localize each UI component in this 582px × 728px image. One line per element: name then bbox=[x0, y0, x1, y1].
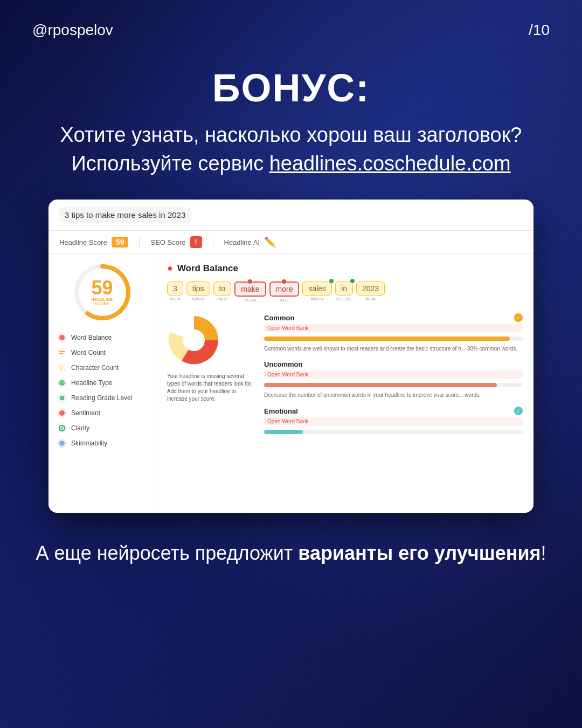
svg-point-7 bbox=[61, 382, 63, 384]
tab-seo[interactable]: SEO Score ! bbox=[150, 236, 202, 248]
tag-3: 3 bbox=[167, 281, 183, 296]
left-sidebar: 59 HEADLINESCORE Word Balance bbox=[48, 254, 156, 513]
emotional-bar-track bbox=[264, 430, 523, 434]
tab-ai-label: Headline AI bbox=[224, 238, 260, 246]
reading-grade-label: Reading Grade Level bbox=[71, 394, 132, 402]
score-number: 59 HEADLINESCORE bbox=[73, 263, 132, 322]
title-section: БОНУС: Хотите узнать, насколько хорош ва… bbox=[32, 66, 550, 178]
tag-tips: tips bbox=[186, 281, 210, 296]
word-balance-icon bbox=[57, 333, 67, 342]
tab-ai[interactable]: Headline AI ✏️ bbox=[224, 236, 276, 248]
common-word-bank-link[interactable]: Open Word Bank bbox=[264, 324, 523, 332]
sidebar-item-headline-type[interactable]: Headline Type bbox=[57, 378, 147, 388]
svg-rect-3 bbox=[59, 351, 65, 352]
tab-headline-label: Headline Score bbox=[59, 238, 107, 246]
word-tag-to: to PART bbox=[213, 281, 232, 301]
word-tag-tips: tips NOUN bbox=[186, 281, 210, 301]
score-badge: 59 bbox=[112, 237, 129, 248]
emotional-word-bank-link[interactable]: Open Word Bank bbox=[264, 417, 523, 425]
pie-description: Your headline is missing several types o… bbox=[167, 373, 253, 403]
bar-group-common: Common ✓ Open Word Bank Common words are… bbox=[264, 313, 523, 353]
bar-group-uncommon: Uncommon Open Word Bank Decrease the num… bbox=[264, 360, 523, 399]
subtitle: Хотите узнать, насколько хорош ваш загол… bbox=[32, 121, 550, 178]
common-bar-track bbox=[264, 336, 523, 341]
username: @rpospelov bbox=[32, 22, 113, 39]
uncommon-word-bank-link[interactable]: Open Word Bank bbox=[264, 370, 523, 379]
bar-group-emotional: Emotional ✓ Open Word Bank bbox=[264, 407, 523, 436]
screenshot-card: 3 tips to make more sales in 2023 Headli… bbox=[48, 200, 534, 513]
score-circle-container: 59 HEADLINESCORE bbox=[57, 263, 147, 322]
tag-more: more bbox=[269, 281, 300, 297]
sidebar-item-skimmability[interactable]: Skimmability bbox=[57, 438, 147, 448]
svg-rect-4 bbox=[59, 353, 63, 354]
verb-dot bbox=[248, 279, 252, 284]
svg-point-11 bbox=[59, 441, 65, 446]
pie-chart bbox=[167, 313, 221, 367]
sidebar-item-word-count[interactable]: Word Count bbox=[57, 348, 147, 358]
score-circle: 59 HEADLINESCORE bbox=[73, 263, 132, 322]
sidebar-item-character-count[interactable]: T Character Count bbox=[57, 363, 147, 373]
svg-point-9 bbox=[59, 410, 65, 416]
headline-type-icon bbox=[57, 378, 67, 388]
right-panel: ● Word Balance 3 NUM tips NOUN bbox=[156, 254, 534, 513]
emotional-check-icon: ✓ bbox=[514, 407, 523, 415]
bottom-bold: варианты его улучшения bbox=[298, 542, 541, 564]
word-tag-3: 3 NUM bbox=[167, 281, 183, 301]
bottom-section: А еще нейросеть предложит варианты его у… bbox=[32, 540, 550, 567]
tag-to: to bbox=[213, 281, 232, 296]
emotional-bar-fill bbox=[264, 430, 303, 434]
word-tag-in: in SCORE bbox=[335, 281, 353, 301]
reading-grade-icon bbox=[57, 393, 67, 403]
svg-rect-8 bbox=[60, 396, 64, 400]
coschedule-link[interactable]: headlines.coschedule.com bbox=[269, 152, 511, 175]
chart-description-row: Your headline is missing several types o… bbox=[167, 313, 523, 421]
sidebar-item-word-balance[interactable]: Word Balance bbox=[57, 333, 147, 342]
header: @rpospelov /10 bbox=[32, 22, 550, 39]
bar-common-label: Common bbox=[264, 314, 294, 322]
bottom-prefix: А еще нейросеть предложит bbox=[36, 542, 298, 564]
skimmability-icon bbox=[57, 438, 67, 448]
score-dot bbox=[350, 279, 355, 283]
sidebar-item-sentiment[interactable]: Sentiment bbox=[57, 408, 147, 418]
bottom-suffix: ! bbox=[541, 542, 546, 564]
character-count-label: Character Count bbox=[71, 364, 119, 372]
headline-type-label: Headline Type bbox=[71, 379, 113, 387]
tab-divider-2 bbox=[213, 237, 213, 248]
bar-emotional-label: Emotional bbox=[264, 407, 298, 415]
tab-headline-score[interactable]: Headline Score 59 bbox=[59, 237, 128, 248]
pie-section: Your headline is missing several types o… bbox=[167, 313, 253, 421]
sentiment-icon bbox=[57, 408, 67, 418]
sentiment-label: Sentiment bbox=[71, 409, 100, 417]
svg-point-12 bbox=[183, 329, 205, 351]
sidebar-item-clarity[interactable]: Clarity bbox=[57, 423, 147, 433]
word-count-icon bbox=[57, 348, 67, 358]
subtitle-line1: Хотите узнать, насколько хорош ваш загол… bbox=[60, 123, 522, 146]
uncommon-bar-desc: Decrease the number of uncommon words in… bbox=[264, 392, 523, 399]
app-bar: 3 tips to make more sales in 2023 bbox=[48, 200, 534, 231]
adj-dot bbox=[282, 279, 286, 284]
bonus-title: БОНУС: bbox=[32, 66, 550, 110]
panel-title: ● Word Balance bbox=[167, 263, 523, 274]
tag-in: in bbox=[335, 281, 353, 296]
sidebar-item-reading-grade[interactable]: Reading Grade Level bbox=[57, 393, 147, 403]
headline-input: 3 tips to make more sales in 2023 bbox=[59, 207, 191, 223]
seo-warning-icon: ! bbox=[190, 236, 202, 248]
svg-text:T: T bbox=[60, 366, 63, 371]
word-tag-sales: sales NOUN bbox=[302, 281, 332, 301]
tab-divider-1 bbox=[139, 237, 140, 248]
clarity-label: Clarity bbox=[71, 424, 89, 432]
main-content: 59 HEADLINESCORE Word Balance bbox=[48, 254, 534, 513]
word-tag-2023: 2023 NUM bbox=[356, 281, 385, 301]
tag-2023: 2023 bbox=[356, 281, 385, 296]
tab-seo-label: SEO Score bbox=[150, 238, 185, 246]
noun-dot bbox=[329, 279, 334, 283]
ai-wand-icon: ✏️ bbox=[264, 236, 276, 248]
common-check-icon: ✓ bbox=[514, 313, 523, 322]
uncommon-bar-track bbox=[264, 383, 523, 387]
clarity-icon bbox=[57, 423, 67, 433]
bar-uncommon-label: Uncommon bbox=[264, 360, 303, 368]
subtitle-line2: Используйте сервис bbox=[71, 152, 269, 175]
tag-make: make bbox=[234, 281, 266, 297]
common-bar-desc: Common words are well-known to most read… bbox=[264, 345, 523, 353]
word-balance-label: Word Balance bbox=[71, 334, 112, 341]
